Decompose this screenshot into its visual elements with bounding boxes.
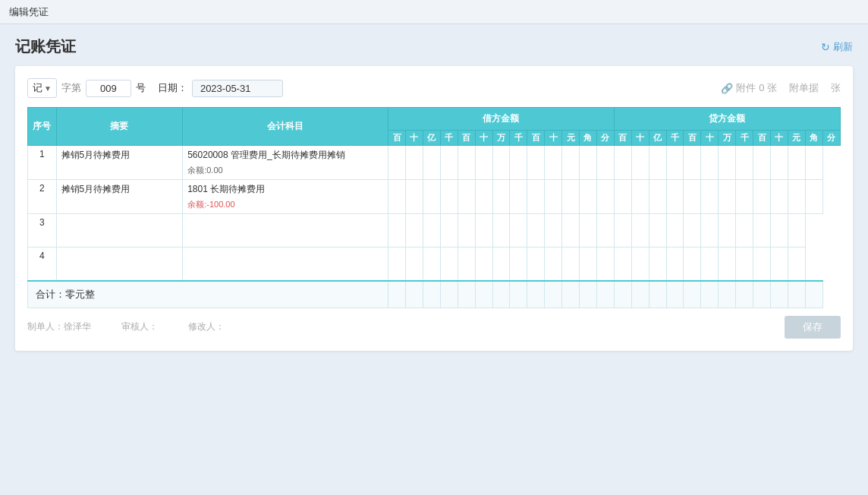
th-digit-16: 千 [666,131,684,146]
th-digit-3: 千 [440,131,458,146]
th-digit-19: 万 [719,131,736,146]
editor-label: 修改人： [188,320,225,333]
th-digit-23: 元 [788,131,805,146]
form-row: 记 ▼ 字第 号 日期： 🔗 附件 0 张 附单据 张 [27,78,841,98]
paperclip-icon: 🔗 [721,83,733,94]
row-summary-2[interactable]: 摊销5月待摊费用 [56,180,183,214]
attachment-area: 🔗 附件 0 张 附单据 张 [721,81,841,95]
attachment-label: 附件 [736,81,756,95]
th-digit-20: 千 [736,131,753,146]
row-account-4[interactable] [183,247,388,281]
th-digit-13: 百 [614,131,631,146]
voucher-table: 序号 摘要 会计科目 借方金额 贷方金额 百 十 亿 千 百 十 万 [27,107,841,308]
type-group: 记 ▼ 字第 号 [27,78,146,98]
th-digit-7: 千 [510,131,527,146]
row-seq-3: 3 [28,214,57,247]
row-summary-1[interactable]: 摊销5月待摊费用 [56,146,183,180]
reviewer-label: 审核人： [121,320,158,333]
footer-row: 制单人：徐泽华 审核人： 修改人： 保存 [27,308,841,339]
creator-label: 制单人：徐泽华 [27,320,91,333]
table-row: 1 摊销5月待摊费用 56020008 管理费用_长期待摊费用摊销 余额:0.0… [28,146,841,180]
th-summary: 摘要 [56,108,183,146]
th-digit-9: 十 [545,131,562,146]
refresh-button[interactable]: ↻ 刷新 [821,40,853,54]
row-summary-3[interactable] [56,214,183,247]
th-digit-14: 十 [631,131,649,146]
th-digit-25: 分 [822,131,840,146]
chevron-down-icon: ▼ [44,84,52,93]
th-digit-24: 角 [805,131,822,146]
title-bar-label: 编辑凭证 [9,5,49,19]
table-row: 2 摊销5月待摊费用 1801 长期待摊费用 余额:-100.00 [28,180,841,214]
th-digit-4: 百 [458,131,475,146]
th-digit-18: 十 [701,131,719,146]
save-button[interactable]: 保存 [785,316,841,339]
table-row: 3 [28,214,841,247]
th-digit-1: 十 [405,131,423,146]
page-header: 记账凭证 ↻ 刷新 [15,36,853,57]
row-summary-4[interactable] [56,247,183,281]
fu-dan-ju-link[interactable]: 附单据 [789,81,819,95]
th-digit-11: 角 [580,131,597,146]
type-select[interactable]: 记 ▼ [27,78,57,98]
main-container: 记账凭证 ↻ 刷新 记 ▼ 字第 号 日期： 🔗 [0,24,868,495]
voucher-number-input[interactable] [86,80,131,97]
th-debit: 借方金额 [388,108,615,131]
th-account: 会计科目 [183,108,388,146]
page-title: 记账凭证 [15,36,76,57]
th-digit-6: 万 [492,131,510,146]
row-account-3[interactable] [183,214,388,247]
total-row: 合计：零元整 [28,281,841,308]
hao-label: 号 [136,81,146,95]
th-digit-5: 十 [475,131,492,146]
th-digit-21: 百 [753,131,771,146]
total-label: 合计：零元整 [28,281,388,308]
attach-count: 0 张 [759,81,777,95]
refresh-icon: ↻ [821,41,830,53]
attachment-link[interactable]: 🔗 附件 0 张 [721,81,777,95]
th-digit-15: 亿 [649,131,666,146]
zi-label: 字第 [61,81,81,95]
row-account-2[interactable]: 1801 长期待摊费用 余额:-100.00 [183,180,388,214]
title-bar: 编辑凭证 [0,0,868,24]
row-seq-4: 4 [28,247,57,281]
table-row: 4 [28,247,841,281]
th-digit-17: 百 [684,131,701,146]
th-digit-8: 百 [527,131,545,146]
th-digit-10: 元 [562,131,580,146]
th-digit-12: 分 [596,131,614,146]
row-seq-1: 1 [28,146,57,180]
th-digit-0: 百 [388,131,406,146]
date-label: 日期： [158,81,187,95]
type-value: 记 [33,81,42,95]
voucher-card: 记 ▼ 字第 号 日期： 🔗 附件 0 张 附单据 张 [15,66,853,351]
th-credit: 贷方金额 [614,108,840,131]
th-seq: 序号 [28,108,57,146]
voucher-table-wrapper: 序号 摘要 会计科目 借方金额 贷方金额 百 十 亿 千 百 十 万 [27,107,841,308]
th-digit-22: 十 [771,131,788,146]
date-input[interactable] [192,80,283,97]
th-digit-2: 亿 [423,131,440,146]
date-group: 日期： [158,80,283,97]
row-seq-2: 2 [28,180,57,214]
row-account-1[interactable]: 56020008 管理费用_长期待摊费用摊销 余额:0.00 [183,146,388,180]
zhang-label: 张 [831,81,841,95]
